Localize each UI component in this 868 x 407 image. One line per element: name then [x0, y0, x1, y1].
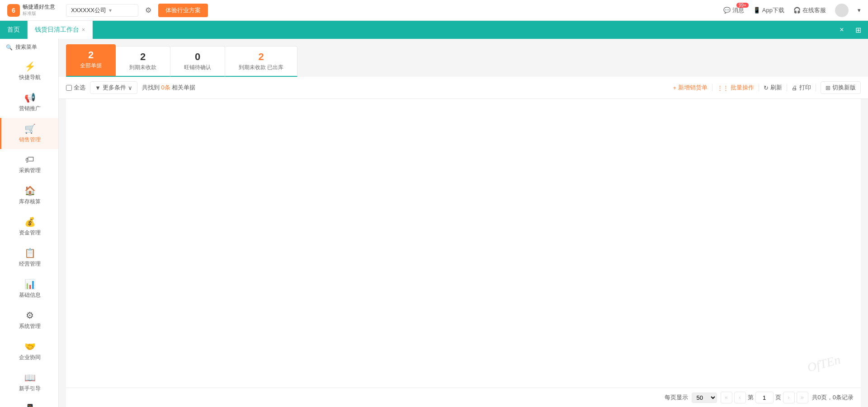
last-page-button[interactable]: » [797, 392, 808, 403]
trial-button[interactable]: 体验行业方案 [158, 4, 208, 17]
sidebar-item-inventory[interactable]: 🏠 库存核算 [0, 180, 58, 211]
found-text: 共找到 0条 相关单据 [142, 84, 195, 92]
sidebar-label-inventory: 库存核算 [19, 198, 41, 206]
next-page-button[interactable]: › [783, 392, 795, 403]
system-icon: ⚙ [26, 310, 34, 321]
app-center-icon: 📱 [24, 403, 36, 407]
refresh-button[interactable]: ↻ 刷新 [764, 84, 782, 92]
stat-number-due-undelivered: 2 [259, 51, 264, 63]
main-layout: 🔍 搜索菜单 ⚡ 快捷导航 📢 营销推广 🛒 销售管理 🏷 采购管理 🏠 库存核… [0, 39, 868, 407]
stat-number-due-uncollected: 2 [140, 51, 146, 63]
online-service-item[interactable]: 🎧 在线客服 [793, 6, 826, 14]
toolbar: 全选 ▼ 更多条件 ∨ 共找到 0条 相关单据 + 新增销货单 ⋮⋮ 批 [59, 77, 868, 99]
purchase-icon: 🏷 [25, 154, 34, 165]
collapse-icon[interactable]: × [835, 23, 848, 36]
settings-icon[interactable]: ⚙ [141, 3, 156, 18]
search-menu-item[interactable]: 🔍 搜索菜单 [0, 39, 58, 56]
app-download-item[interactable]: 📱 App下载 [753, 6, 784, 14]
sidebar-label-basic-info: 基础信息 [19, 291, 41, 299]
company-selector[interactable]: XXXXXX公司 ▾ [66, 4, 138, 17]
refresh-icon: ↻ [764, 84, 769, 91]
sidebar-item-marketing[interactable]: 📢 营销推广 [0, 87, 58, 118]
select-all-checkbox[interactable]: 全选 [66, 84, 85, 92]
nav-right-actions: × ⊞ [835, 23, 868, 36]
sidebar-item-sales[interactable]: 🛒 销售管理 [0, 118, 58, 149]
stats-tabs-wrapper: 2 全部单据 2 到期未收款 0 旺铺待确认 2 到期未收款 已出库 [59, 39, 868, 77]
page-size-label: 每页显示 [665, 393, 688, 402]
app-download-label: App下载 [762, 6, 784, 14]
search-icon: 🔍 [6, 44, 13, 51]
guide-icon: 📖 [24, 372, 36, 383]
sidebar-item-guide[interactable]: 📖 新手引导 [0, 367, 58, 398]
sidebar-label-quick-nav: 快捷导航 [19, 74, 41, 81]
page-size-select[interactable]: 50 10 20 100 [692, 393, 717, 403]
nav-tabs: 首页 钱货日清工作台 × × ⊞ [0, 21, 868, 39]
found-prefix: 共找到 [142, 84, 160, 91]
user-name[interactable]: ▾ [858, 7, 861, 14]
stats-tabs: 2 全部单据 2 到期未收款 0 旺铺待确认 2 到期未收款 已出库 [66, 44, 861, 77]
sidebar-label-system: 系统管理 [19, 323, 41, 330]
more-filter-button[interactable]: ▼ 更多条件 ∨ [90, 81, 137, 94]
page-number-input[interactable] [755, 392, 774, 403]
sidebar-item-system[interactable]: ⚙ 系统管理 [0, 304, 58, 336]
stat-label-wangpu: 旺铺待确认 [184, 64, 211, 71]
add-order-button[interactable]: + 新增销货单 [673, 84, 708, 92]
online-service-label: 在线客服 [802, 6, 826, 14]
filter-chevron: ∨ [128, 84, 132, 91]
found-suffix: 相关单据 [172, 84, 195, 91]
batch-operation-button[interactable]: ⋮⋮ 批量操作 [717, 84, 754, 92]
prev-page-button[interactable]: ‹ [734, 392, 746, 403]
print-label: 打印 [799, 84, 811, 92]
print-icon: 🖨 [792, 84, 797, 91]
finance-icon: 💰 [24, 216, 36, 227]
table-area [66, 99, 861, 388]
avatar[interactable] [835, 4, 849, 17]
online-service-icon: 🎧 [793, 7, 801, 14]
stat-label-due-undelivered: 到期未收款 已出库 [239, 64, 283, 71]
select-all-label: 全选 [74, 84, 85, 92]
print-button[interactable]: 🖨 打印 [792, 84, 811, 92]
sidebar-item-finance[interactable]: 💰 资金管理 [0, 211, 58, 242]
tab-close-icon[interactable]: × [82, 27, 85, 33]
logo-area: 6 畅捷通好生意 标准版 [7, 4, 66, 17]
sidebar-item-quick-nav[interactable]: ⚡ 快捷导航 [0, 56, 58, 87]
filter-icon: ▼ [95, 84, 101, 91]
first-page-button[interactable]: « [721, 392, 732, 403]
sidebar-item-purchase[interactable]: 🏷 采购管理 [0, 149, 58, 180]
select-all-input[interactable] [66, 85, 72, 91]
stat-label-due-uncollected: 到期未收款 [129, 64, 156, 71]
stat-number-wangpu: 0 [195, 51, 200, 63]
add-icon: + [673, 84, 676, 91]
tab-home[interactable]: 首页 [0, 21, 28, 39]
page-navigation: « ‹ 第 页 › » [721, 392, 808, 403]
switch-version-button[interactable]: ⊞ 切换新版 [821, 81, 861, 94]
stat-tab-due-uncollected[interactable]: 2 到期未收款 [116, 46, 170, 77]
sidebar-label-purchase: 采购管理 [19, 167, 41, 174]
sidebar-label-enterprise: 企业协同 [19, 354, 41, 361]
stat-tab-due-undelivered[interactable]: 2 到期未收款 已出库 [225, 46, 297, 77]
separator-3 [787, 84, 787, 91]
sidebar-item-basic-info[interactable]: 📊 基础信息 [0, 273, 58, 304]
page-label: 第 [748, 393, 754, 402]
marketing-icon: 📢 [24, 92, 36, 103]
sidebar-item-enterprise[interactable]: 🤝 企业协同 [0, 336, 58, 367]
chevron-down-icon: ▾ [109, 7, 112, 14]
quick-nav-icon: ⚡ [24, 61, 36, 72]
batch-label: 批量操作 [731, 84, 754, 92]
enterprise-icon: 🤝 [24, 341, 36, 352]
batch-icon: ⋮⋮ [717, 84, 729, 91]
sidebar-item-app-center[interactable]: 📱 应用中心 [0, 398, 58, 407]
tab-work-bench[interactable]: 钱货日清工作台 × [28, 21, 93, 39]
top-bar: 6 畅捷通好生意 标准版 XXXXXX公司 ▾ ⚙ 体验行业方案 💬 消息 99… [0, 0, 868, 21]
expand-icon[interactable]: ⊞ [852, 23, 864, 36]
stat-tab-all[interactable]: 2 全部单据 [66, 44, 116, 77]
sidebar-label-guide: 新手引导 [19, 385, 41, 393]
message-item[interactable]: 💬 消息 99+ [723, 6, 744, 14]
message-badge: 99+ [736, 3, 749, 8]
stat-tab-wangpu[interactable]: 0 旺铺待确认 [170, 46, 225, 77]
logo-icon: 6 [7, 4, 20, 17]
message-icon: 💬 [723, 7, 731, 14]
sidebar-item-operations[interactable]: 📋 经营管理 [0, 242, 58, 273]
filter-label: 更多条件 [103, 84, 126, 92]
logo-text: 畅捷通好生意 [23, 4, 55, 11]
